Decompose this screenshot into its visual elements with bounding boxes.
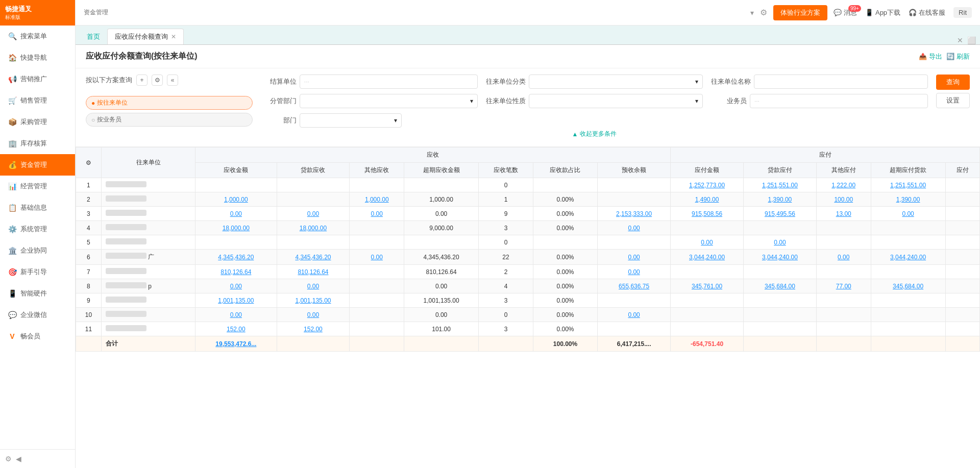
row-partner xyxy=(101,235,195,250)
row-number: 5 xyxy=(76,235,102,250)
sidebar-item-purchase[interactable]: 📦 采购管理 xyxy=(0,111,75,133)
sidebar-item-wechat[interactable]: 💬 企业微信 xyxy=(0,304,75,326)
filter-field-partner-nature: 往来单位性质 ▾ xyxy=(486,94,703,108)
industry-plan-button[interactable]: 体验行业方案 xyxy=(773,5,827,20)
window-close-icon[interactable]: ✕ xyxy=(957,36,963,44)
sales-icon: 🛒 xyxy=(8,96,16,105)
filter-scheme-salesperson[interactable]: ○ 按业务员 xyxy=(86,113,253,127)
tab-close-icon[interactable]: ✕ xyxy=(171,33,176,40)
query-button[interactable]: 查询 xyxy=(936,75,970,90)
filter-add-btn[interactable]: + xyxy=(136,75,148,86)
partner-name-label: 往来单位名称 xyxy=(711,77,751,86)
member-icon: V xyxy=(8,332,16,340)
filter-rows: 结算单位 ··· 往来单位分类 ▾ xyxy=(261,75,928,128)
section-chevron-icon: ▾ xyxy=(394,117,397,124)
scheme-icon: ● xyxy=(91,100,95,107)
collapse-more-btn[interactable]: ▲ 收起更多条件 xyxy=(261,128,928,140)
settlement-unit-label: 结算单位 xyxy=(261,77,297,86)
filter-settings-btn[interactable]: ⚙ xyxy=(152,75,163,86)
sidebar: 畅捷通叉 标准版 🔍 搜索菜单 🏠 快捷导航 📢 营销推广 🛒 销售管理 xyxy=(0,0,76,468)
filter-scheme-label: 按以下方案查询 xyxy=(86,76,132,85)
topbar-dropdown-icon[interactable]: ▾ xyxy=(750,9,754,17)
partner-category-select[interactable]: ▾ xyxy=(529,75,703,89)
summary-recv-other xyxy=(350,336,404,352)
export-button[interactable]: 📤 导出 xyxy=(919,52,942,61)
partner-nature-label: 往来单位性质 xyxy=(486,96,526,106)
sidebar-item-search[interactable]: 🔍 搜索菜单 xyxy=(0,26,75,47)
sidebar-item-guide[interactable]: 🎯 新手引导 xyxy=(0,261,75,283)
sidebar-label-marketing: 营销推广 xyxy=(20,75,47,84)
row-partner xyxy=(101,192,195,207)
inventory-icon: 🏢 xyxy=(8,139,16,147)
filter-collapse-btn[interactable]: « xyxy=(167,75,178,86)
summary-recv-amt[interactable]: 19,553,472.6... xyxy=(195,336,277,352)
sidebar-label-operations: 经营管理 xyxy=(20,182,47,191)
user-info[interactable]: Rit xyxy=(953,7,972,18)
row-partner xyxy=(101,221,195,235)
th-pay-loan: 贷款应付 xyxy=(743,163,816,178)
message-button[interactable]: 💬 消息 99+ xyxy=(834,8,857,17)
sidebar-collapse-btn[interactable]: ◀ xyxy=(16,455,21,463)
topbar-breadcrumb: 资金管理 xyxy=(84,8,744,17)
refresh-button[interactable]: 🔄 刷新 xyxy=(946,52,970,61)
partner-name-input[interactable] xyxy=(754,75,928,89)
summary-overdue-pay xyxy=(871,336,945,352)
table-settings-icon[interactable]: ⚙ xyxy=(86,159,91,166)
th-overdue-pay: 超期应付货款 xyxy=(871,163,945,178)
row-number: 11 xyxy=(76,322,102,336)
online-service-button[interactable]: 🎧 在线客服 xyxy=(909,8,945,17)
scheme-inactive-icon: ○ xyxy=(91,116,95,124)
row-partner xyxy=(101,265,195,279)
dept-select[interactable]: ▾ xyxy=(300,94,478,108)
sidebar-item-fund[interactable]: 💰 资金管理 xyxy=(0,154,75,176)
sidebar-item-quick-nav[interactable]: 🏠 快捷导航 xyxy=(0,47,75,68)
partner-nature-select[interactable]: ▾ xyxy=(529,94,703,108)
tab-home-label: 首页 xyxy=(87,32,100,41)
section-select[interactable]: ▾ xyxy=(300,113,402,128)
service-icon: 🎧 xyxy=(909,9,917,16)
sidebar-item-system[interactable]: ⚙️ 系统管理 xyxy=(0,218,75,240)
sidebar-item-inventory[interactable]: 🏢 库存核算 xyxy=(0,133,75,154)
tab-balance-query[interactable]: 应收应付余额查询 ✕ xyxy=(107,29,184,44)
chevron-down-icon: ▾ xyxy=(695,78,698,85)
sidebar-label-smart-hw: 智能硬件 xyxy=(20,289,47,298)
salesperson-input[interactable]: ··· xyxy=(750,94,928,108)
operations-icon: 📊 xyxy=(8,182,16,190)
topbar-settings-icon[interactable]: ⚙ xyxy=(760,8,767,17)
sidebar-item-smart-hw[interactable]: 📱 智能硬件 xyxy=(0,283,75,304)
section-label: 部门 xyxy=(261,116,297,125)
dept-label: 分管部门 xyxy=(261,96,297,106)
topbar-actions: 💬 消息 99+ 📱 App下载 🎧 在线客服 Rit xyxy=(834,7,972,18)
sidebar-item-marketing[interactable]: 📢 营销推广 xyxy=(0,68,75,90)
sidebar-item-sales[interactable]: 🛒 销售管理 xyxy=(0,90,75,111)
app-download-button[interactable]: 📱 App下载 xyxy=(865,8,900,17)
logo-name: 畅捷通叉 xyxy=(5,5,32,14)
th-pay-amt: 应付金额 xyxy=(671,163,744,178)
window-maximize-icon[interactable]: ⬜ xyxy=(967,36,976,44)
sidebar-label-enterprise: 企业协同 xyxy=(20,246,47,255)
table-row: 7810,126.64810,126.64810,126.6420.00%0.0… xyxy=(76,265,980,279)
settlement-unit-input[interactable]: ··· xyxy=(300,75,478,89)
filter-scheme-partner[interactable]: ● 按往来单位 xyxy=(86,96,253,110)
table-row: 418,000.0018,000.009,000.0030.00%0.00 xyxy=(76,221,980,235)
page-title: 应收应付余额查询(按往来单位) xyxy=(86,51,919,62)
tab-home[interactable]: 首页 xyxy=(80,29,107,44)
sidebar-item-member[interactable]: V 畅会员 xyxy=(0,326,75,347)
export-icon: 📤 xyxy=(919,53,927,60)
sidebar-item-enterprise[interactable]: 🏛️ 企业协同 xyxy=(0,240,75,261)
sidebar-item-basic-info[interactable]: 📋 基础信息 xyxy=(0,197,75,218)
collapse-label: 收起更多条件 xyxy=(580,130,617,138)
th-partner: 往来单位 xyxy=(101,147,195,178)
sidebar-item-operations[interactable]: 📊 经营管理 xyxy=(0,176,75,197)
sidebar-settings-btn[interactable]: ⚙ xyxy=(5,455,12,463)
th-settings[interactable]: ⚙ xyxy=(76,147,102,178)
sidebar-label-basic-info: 基础信息 xyxy=(20,203,47,212)
th-recv-count: 应收笔数 xyxy=(479,163,533,178)
sidebar-label-search: 搜索菜单 xyxy=(20,32,47,41)
th-prepay-bal: 预收余额 xyxy=(598,163,671,178)
setting-button[interactable]: 设置 xyxy=(936,93,970,108)
row-partner: 广 xyxy=(101,250,195,265)
marketing-icon: 📢 xyxy=(8,75,16,83)
summary-pay-amt: -654,751.40 xyxy=(671,336,744,352)
user-label: Rit xyxy=(959,9,967,16)
